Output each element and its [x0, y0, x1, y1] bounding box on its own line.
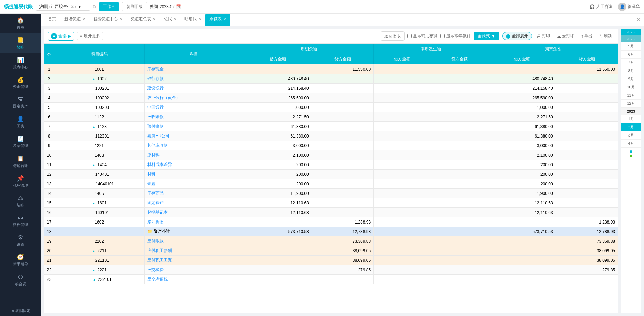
date-item-1[interactable]: 1月	[621, 115, 641, 123]
switch-old-button[interactable]: 切到旧版	[122, 2, 147, 11]
tab-balance-sheet[interactable]: 余额表 ×	[205, 14, 230, 26]
row-s-credit	[312, 189, 373, 198]
user-info[interactable]: 👤 徐泽华	[618, 3, 640, 11]
row-subject[interactable]: 银行存款	[145, 74, 244, 84]
sidebar-item-assets[interactable]: 💰 资金管理	[0, 73, 41, 93]
return-old-btn[interactable]: 返回旧版	[381, 31, 405, 41]
row-subject[interactable]: 农业银行（黄金）	[145, 93, 244, 103]
row-subject[interactable]: 应收账款	[145, 112, 244, 122]
tab-general-ledger-close[interactable]: ×	[174, 17, 176, 22]
date-item-11[interactable]: 11月	[621, 91, 641, 100]
sidebar-item-settlement[interactable]: ⚖ 结账	[0, 191, 41, 211]
row-subject[interactable]: 应付职工薪酬	[145, 246, 244, 256]
row-c-debit	[374, 246, 431, 256]
show-assist-calc-checkbox[interactable]: 显示辅助核算	[407, 33, 438, 39]
tab-smart-center[interactable]: 智能凭证中心 ×	[89, 14, 126, 26]
row-subject[interactable]: 嘉属EU公司	[145, 131, 244, 141]
tab-balance-sheet-close[interactable]: ×	[224, 17, 226, 22]
date-item-4[interactable]: 4月	[621, 140, 641, 148]
app-logo: 畅捷通易代账	[4, 4, 33, 10]
filter-all[interactable]: ● 全部 ▶	[48, 32, 74, 41]
row-subject[interactable]: 应交税费	[145, 265, 244, 275]
sidebar-bottom: ◄ 取消固定	[0, 305, 41, 316]
sidebar-item-guide[interactable]: 🧭 新手引导	[0, 250, 41, 270]
tab-voucher-summary-close[interactable]: ×	[153, 17, 155, 22]
sidebar-item-home[interactable]: 🏠 首页	[0, 14, 41, 33]
row-subject[interactable]: 累计折旧	[145, 217, 244, 227]
date-item-10[interactable]: 10月	[621, 83, 641, 91]
sidebar-item-fixed-assets[interactable]: 🏗 固定资产	[0, 93, 41, 112]
tab-new-voucher[interactable]: 新增凭证 ×	[60, 14, 89, 26]
cloud-print-btn[interactable]: ☁ 云打印	[555, 32, 576, 40]
toggle-expand-all[interactable]: ⬤ 全部展开	[502, 32, 532, 40]
tab-voucher-summary[interactable]: 凭证汇总表 ×	[126, 14, 160, 26]
workbench-button[interactable]: 工作台	[99, 2, 119, 11]
calendar-icon[interactable]: 📅	[176, 4, 181, 9]
sidebar-item-tax[interactable]: 📌 税务管理	[0, 172, 41, 191]
settings-col-header[interactable]: ⚙	[44, 44, 54, 64]
show-year-cumulative-checkbox[interactable]: 显示本年累计	[440, 33, 471, 39]
tab-general-ledger[interactable]: 总账 ×	[160, 14, 180, 26]
row-subject[interactable]: 材料成本差异	[145, 160, 244, 170]
expand-more-btn[interactable]: ≡ 展开更多	[77, 32, 103, 40]
refresh-btn[interactable]: ↻ 刷新	[597, 32, 614, 40]
sidebar-item-invoice[interactable]: 🧾 发票管理	[0, 132, 41, 152]
row-subject[interactable]: 材料	[145, 170, 244, 179]
sidebar-item-archive[interactable]: 🗂 归档管理	[0, 211, 41, 231]
tab-voucher-summary-label: 凭证汇总表	[131, 16, 151, 22]
full-format-btn[interactable]: 全账式 ▼	[474, 32, 499, 40]
tab-smart-center-close[interactable]: ×	[120, 17, 122, 22]
date-item-9[interactable]: 9月	[621, 75, 641, 83]
row-subject[interactable]: 📁资产小计	[145, 227, 244, 236]
row-subject[interactable]: 中国银行	[145, 103, 244, 112]
date-item-2[interactable]: 2月	[621, 123, 641, 131]
company-selector[interactable]: (勿删) 江西股生-LSS ▼	[36, 3, 90, 11]
row-code: 2202	[54, 236, 145, 246]
date-item-3[interactable]: 3月	[621, 131, 641, 140]
row-subject[interactable]: 起提基记本	[145, 208, 244, 217]
sidebar-label-purchase-sales: 进销台账	[13, 163, 28, 168]
print-btn[interactable]: 🖨 打印	[535, 32, 552, 40]
row-s-credit	[312, 103, 373, 112]
sidebar-item-report[interactable]: 📊 报表中心	[0, 53, 41, 73]
row-subject[interactable]: 其他应收款	[145, 141, 244, 150]
date-item-2023[interactable]: 2023	[621, 108, 641, 115]
row-subject[interactable]: 应付账款	[145, 236, 244, 246]
row-c-debit	[374, 64, 431, 74]
sidebar-item-member[interactable]: ⬡ 畅会员	[0, 270, 41, 290]
filter-all-label: 全部	[58, 33, 67, 39]
assist-calc-input[interactable]	[407, 34, 412, 38]
date-item-7[interactable]: 7月	[621, 59, 641, 67]
dot-blue	[630, 150, 632, 153]
sidebar-cancel-fixed[interactable]: ◄ 取消固定	[0, 305, 41, 316]
row-subject[interactable]: 预付账款	[145, 122, 244, 131]
consult-button[interactable]: 🎧 人工咨询	[590, 4, 613, 10]
period-label: 账期	[150, 4, 158, 10]
tab-home[interactable]: 首页	[44, 14, 60, 26]
sidebar-item-settings[interactable]: ⚙ 设置	[0, 231, 41, 250]
date-item-5[interactable]: 5月	[621, 42, 641, 51]
year-cumulative-input[interactable]	[440, 34, 445, 38]
date-item-8[interactable]: 8月	[621, 67, 641, 75]
tab-detail-ledger[interactable]: 明细账 ×	[180, 14, 205, 26]
row-subject[interactable]: 固定资产	[145, 198, 244, 208]
close-all-tabs[interactable]: ×	[635, 15, 641, 24]
row-subject[interactable]: 建设银行	[145, 84, 244, 93]
row-subject[interactable]: 应交增值税	[145, 275, 244, 284]
row-subject[interactable]: 应付职工工资	[145, 256, 244, 265]
expand-more-icon: ≡	[80, 34, 82, 39]
home-icon: 🏠	[17, 17, 24, 24]
tab-detail-ledger-close[interactable]: ×	[199, 17, 201, 22]
date-item-6[interactable]: 6月	[621, 51, 641, 59]
export-btn[interactable]: ↑ 导出	[579, 32, 594, 40]
row-subject[interactable]: 壹嘉	[145, 179, 244, 189]
date-item-12[interactable]: 12月	[621, 100, 641, 108]
sidebar-item-general-ledger[interactable]: 📒 总账	[0, 33, 41, 53]
row-subject[interactable]: 库存商品	[145, 189, 244, 198]
copy-icon[interactable]: ⧉	[93, 4, 96, 9]
sidebar-item-payroll[interactable]: 👤 工资	[0, 112, 41, 132]
sidebar-item-purchase-sales[interactable]: 📋 进销台账	[0, 152, 41, 172]
row-subject[interactable]: 库存现金	[145, 64, 244, 74]
tab-new-voucher-close[interactable]: ×	[83, 17, 85, 22]
row-subject[interactable]: 原材料	[145, 150, 244, 160]
